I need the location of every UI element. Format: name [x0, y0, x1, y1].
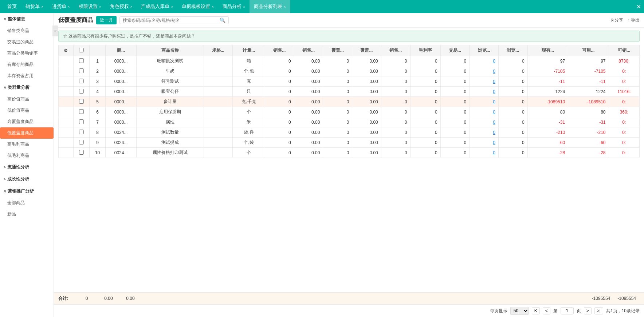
td-browse1[interactable]: 0 [470, 87, 499, 97]
td-browse1[interactable]: 0 [470, 117, 499, 127]
nav-close-icon[interactable]: × [284, 5, 286, 9]
th-current-stock[interactable]: 现有... [527, 45, 568, 56]
td-checkbox[interactable] [73, 117, 89, 127]
td-browse1[interactable]: 0 [470, 76, 499, 87]
nav-close-icon[interactable]: × [243, 5, 245, 9]
sidebar-section-成长性分析[interactable]: >成长性分析 [0, 173, 54, 185]
nav-close-icon[interactable]: × [99, 5, 101, 9]
nav-close-icon[interactable]: × [212, 5, 214, 9]
td-cell: 0 [410, 117, 440, 127]
sidebar-item-全部商品[interactable]: 全部商品 [0, 197, 54, 209]
td-checkbox[interactable] [73, 107, 89, 117]
nav-item-商品分析[interactable]: 商品分析 × [218, 0, 250, 13]
td-checkbox[interactable] [73, 97, 89, 107]
select-all-checkbox[interactable] [79, 48, 84, 52]
th-sales-amt[interactable]: 销售... [294, 45, 323, 56]
sidebar-item-新品[interactable]: 新品 [0, 209, 54, 220]
th-coverage2[interactable]: 覆盖... [352, 45, 381, 56]
th-gross-rate[interactable]: 毛利率 [410, 45, 440, 56]
th-sales-days[interactable]: 销售... [381, 45, 410, 56]
nav-item-单据模板设置[interactable]: 单据模板设置 × [177, 0, 218, 13]
td-checkbox[interactable] [73, 87, 89, 97]
nav-item-产成品入库单[interactable]: 产成品入库单 × [137, 0, 177, 13]
sidebar-item-高价值商品[interactable]: 高价值商品 [0, 94, 54, 105]
page-number-input[interactable] [561, 307, 574, 314]
sidebar-section-流通性分析[interactable]: >流通性分析 [0, 161, 54, 173]
sidebar-section-营销推广分析[interactable]: ∨营销推广分析 [0, 185, 54, 197]
th-code[interactable]: 商... [106, 45, 136, 56]
td-cell: -28 [568, 148, 609, 158]
sidebar-section-整体信息[interactable]: ∨整体信息 [0, 13, 54, 25]
th-coverage1[interactable]: 覆盖... [323, 45, 352, 56]
sidebar-item-低毛利商品[interactable]: 低毛利商品 [0, 150, 54, 161]
td-cell: -210 [568, 127, 609, 138]
last-page-button[interactable]: >| [594, 307, 603, 314]
td-checkbox[interactable] [73, 56, 89, 66]
td-cell: 10 [89, 148, 106, 158]
th-spec[interactable]: 规格... [204, 45, 233, 56]
per-page-label: 每页显示 [490, 308, 507, 314]
th-trade[interactable]: 交易... [440, 45, 470, 56]
td-checkbox[interactable] [73, 66, 89, 76]
th-name[interactable]: 商品名称 [136, 45, 204, 56]
sidebar-item-低价值商品[interactable]: 低价值商品 [0, 105, 54, 116]
next-page-button[interactable]: > [584, 307, 592, 314]
td-browse1[interactable]: 0 [470, 127, 499, 138]
nav-close-icon[interactable]: × [68, 5, 70, 9]
nav-item-商品分析列表[interactable]: 商品分析列表 × [250, 0, 290, 13]
sidebar-collapse-button[interactable]: « [52, 25, 58, 36]
nav-item-角色授权[interactable]: 角色授权 × [106, 0, 137, 13]
search-input[interactable] [123, 18, 220, 23]
sidebar-item-有库存的商品[interactable]: 有库存的商品 [0, 59, 54, 70]
nav-item-销货单[interactable]: 销货单 × [21, 0, 48, 13]
th-browse1[interactable]: 浏览... [470, 45, 499, 56]
sidebar-item-库存资金占用[interactable]: 库存资金占用 [0, 70, 54, 82]
top-navigation: 首页销货单 ×进货单 ×权限设置 ×角色授权 ×产成品入库单 ×单据模板设置 ×… [0, 0, 644, 13]
td-cell: 3 [89, 76, 106, 87]
td-browse1[interactable]: 0 [470, 97, 499, 107]
td-checkbox[interactable] [73, 138, 89, 148]
nav-item-首页[interactable]: 首页 [3, 0, 21, 13]
share-button[interactable]: ⎘ 分享 [611, 17, 623, 23]
td-checkbox[interactable] [73, 76, 89, 87]
first-page-button[interactable]: K [532, 307, 540, 314]
table-row: 60000...启用保质期个00.0000.00000008080360: [59, 107, 640, 117]
th-checkbox[interactable] [73, 45, 89, 56]
sidebar-item-高覆盖度商品[interactable]: 高覆盖度商品 [0, 116, 54, 127]
sidebar-item-低覆盖度商品[interactable]: 低覆盖度商品 [0, 127, 54, 139]
td-cell: 0 [265, 76, 294, 87]
td-browse1[interactable]: 0 [470, 56, 499, 66]
nav-close-icon[interactable]: × [41, 5, 43, 9]
window-close-button[interactable]: ✕ [636, 3, 641, 10]
td-cell: -7105 [568, 66, 609, 76]
th-browse2[interactable]: 浏览... [498, 45, 527, 56]
td-cell: 0 [440, 148, 470, 158]
sidebar-item-高毛利商品[interactable]: 高毛利商品 [0, 139, 54, 150]
th-sales-qty[interactable]: 销售... [265, 45, 294, 56]
nav-close-icon[interactable]: × [130, 5, 133, 9]
td-browse1[interactable]: 0 [470, 66, 499, 76]
nav-item-权限设置[interactable]: 权限设置 × [74, 0, 106, 13]
td-cell: 0.00 [294, 87, 323, 97]
sidebar-item-商品分类动销率[interactable]: 商品分类动销率 [0, 48, 54, 59]
per-page-select[interactable]: 50 10 20 100 [510, 307, 529, 315]
sidebar-section-类群量分析[interactable]: ∨类群量分析 [0, 82, 54, 94]
th-available[interactable]: 可用... [568, 45, 609, 56]
nav-close-icon[interactable]: × [171, 5, 173, 9]
nav-item-进货单[interactable]: 进货单 × [48, 0, 74, 13]
sidebar-item-交易过的商品[interactable]: 交易过的商品 [0, 36, 54, 48]
td-checkbox[interactable] [73, 127, 89, 138]
table-container[interactable]: ⚙ 商... 商品名称 规格... 计量... 销售... 销售... 覆盖..… [54, 45, 644, 292]
th-sellable[interactable]: 可销... [609, 45, 639, 56]
td-cell: 1224 [527, 87, 568, 97]
filter-recent-month-button[interactable]: 近一月 [96, 16, 117, 24]
export-button[interactable]: ↑ 导出 [628, 17, 640, 23]
td-browse1[interactable]: 0 [470, 138, 499, 148]
th-settings[interactable]: ⚙ [59, 45, 74, 56]
th-unit[interactable]: 计量... [233, 45, 265, 56]
sidebar-item-销售类商品[interactable]: 销售类商品 [0, 25, 54, 36]
td-browse1[interactable]: 0 [470, 148, 499, 158]
prev-page-button[interactable]: < [543, 307, 550, 314]
td-checkbox[interactable] [73, 148, 89, 158]
td-browse1[interactable]: 0 [470, 107, 499, 117]
